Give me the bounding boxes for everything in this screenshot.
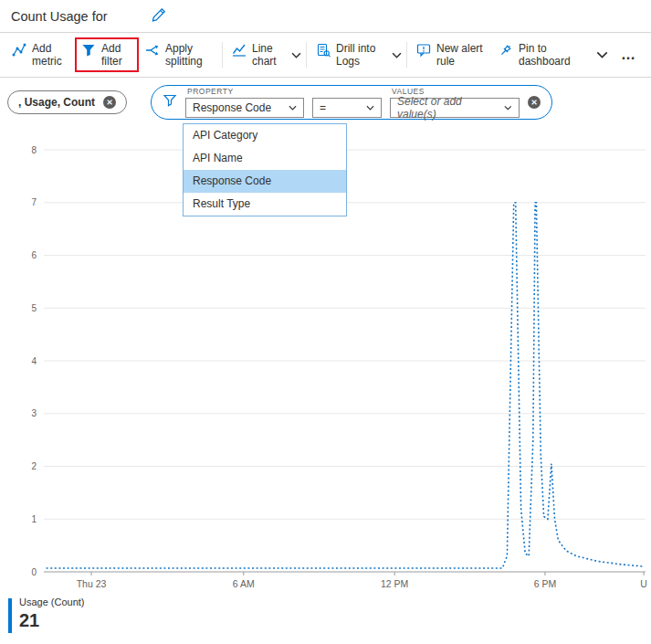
values-placeholder: Select or add value(s) [397, 95, 499, 121]
pin-to-dashboard-button[interactable]: Pin to dashboard [492, 37, 580, 72]
drill-logs-icon [316, 42, 331, 61]
chevron-down-icon [366, 105, 374, 111]
new-alert-icon [416, 42, 431, 61]
svg-text:6 PM: 6 PM [534, 578, 557, 589]
property-group: PROPERTY Response Code [185, 87, 304, 118]
line-chart-label: Line chart [252, 42, 283, 68]
add-metric-label: Add metric [32, 42, 68, 68]
svg-text:4: 4 [31, 356, 37, 366]
metric-pill[interactable]: , Usage, Count ✕ [7, 90, 127, 114]
split-icon [145, 42, 160, 61]
toolbar-overflow-group: … [594, 48, 646, 62]
filter-capsule: PROPERTY Response Code = VALUES Select o… [151, 85, 552, 120]
apply-splitting-label: Apply splitting [165, 42, 213, 68]
svg-text:3: 3 [31, 408, 37, 418]
toolbar-collapse-chevron[interactable] [594, 48, 610, 62]
svg-text:6 AM: 6 AM [233, 578, 255, 589]
more-options-icon[interactable]: … [621, 50, 636, 59]
pin-to-dashboard-label: Pin to dashboard [519, 42, 573, 68]
pencil-icon [152, 7, 166, 26]
toolbar-divider [306, 42, 307, 68]
svg-text:8: 8 [31, 145, 37, 155]
toolbar-divider [406, 42, 407, 68]
dropdown-item[interactable]: API Name [184, 147, 346, 170]
operator-select[interactable]: = [312, 98, 382, 118]
filter-row: , Usage, Count ✕ PROPERTY Response Code … [0, 78, 651, 127]
pin-icon [499, 42, 513, 61]
metric-pill-label: , Usage, Count [18, 96, 95, 109]
svg-text:0: 0 [31, 567, 37, 577]
legend-series-name: Usage (Count) [19, 596, 85, 607]
operator-group: = [312, 87, 382, 118]
line-chart-button[interactable]: Line chart [226, 37, 289, 72]
edit-title-button[interactable] [152, 7, 166, 26]
add-metric-button[interactable]: Add metric [5, 37, 75, 72]
toolbar-divider [222, 42, 223, 68]
drill-logs-dropdown-chevron[interactable] [390, 48, 404, 62]
line-chart-dropdown-chevron[interactable] [289, 48, 303, 62]
property-dropdown: API CategoryAPI NameResponse CodeResult … [183, 123, 347, 216]
values-select[interactable]: Select or add value(s) [390, 98, 520, 118]
property-select[interactable]: Response Code [185, 98, 304, 118]
add-filter-label: Add filter [101, 42, 132, 68]
legend-color-bar [8, 598, 12, 633]
chevron-down-icon [504, 105, 512, 111]
operator-label-spacer [314, 87, 382, 97]
new-alert-rule-label: New alert rule [436, 42, 486, 68]
line-chart-icon [232, 42, 247, 61]
funnel-icon [163, 93, 177, 111]
new-alert-rule-button[interactable]: New alert rule [410, 37, 492, 72]
legend-entry: Usage (Count) 21 [19, 596, 85, 633]
svg-text:5: 5 [31, 303, 37, 313]
operator-select-value: = [320, 101, 326, 114]
apply-splitting-button[interactable]: Apply splitting [139, 37, 219, 72]
remove-filter-icon[interactable]: ✕ [528, 96, 541, 109]
filter-icon [81, 42, 96, 61]
property-label: PROPERTY [187, 87, 304, 97]
values-group: VALUES Select or add value(s) [390, 87, 520, 118]
dropdown-item[interactable]: Response Code [184, 170, 346, 193]
add-metric-icon [12, 42, 26, 61]
svg-text:1: 1 [31, 514, 37, 524]
drill-into-logs-button[interactable]: Drill into Logs [310, 37, 390, 72]
add-filter-button[interactable]: Add filter [75, 37, 139, 72]
svg-text:7: 7 [31, 197, 37, 207]
chart-title-bar: Count Usage for [0, 0, 651, 33]
property-select-value: Response Code [193, 101, 271, 114]
metrics-toolbar: Add metric Add filter Apply splitting Li… [0, 33, 651, 78]
svg-text:6: 6 [31, 250, 37, 260]
dropdown-item[interactable]: Result Type [184, 193, 346, 216]
chevron-down-icon [289, 105, 297, 111]
svg-text:2: 2 [31, 461, 37, 471]
svg-text:U: U [640, 578, 647, 589]
remove-metric-icon[interactable]: ✕ [103, 96, 116, 109]
svg-text:12 PM: 12 PM [381, 578, 408, 589]
svg-text:Thu 23: Thu 23 [77, 578, 107, 589]
page-title: Count Usage for [11, 9, 108, 24]
legend-series-value: 21 [19, 610, 85, 631]
dropdown-item[interactable]: API Category [184, 124, 346, 147]
chart-legend: Usage (Count) 21 [0, 595, 651, 633]
drill-into-logs-label: Drill into Logs [336, 42, 383, 68]
